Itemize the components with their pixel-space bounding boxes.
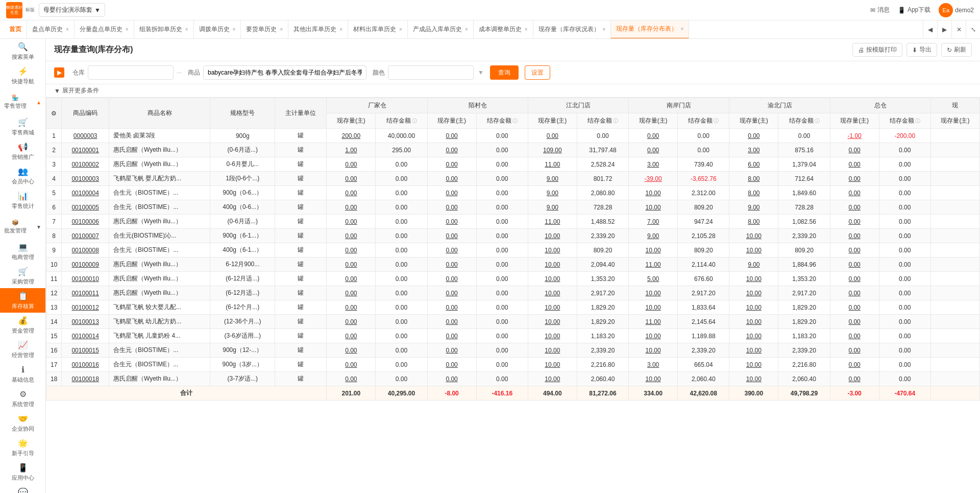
table-cell[interactable]: 00100012 bbox=[62, 300, 109, 315]
table-cell[interactable]: 3.00 bbox=[629, 358, 678, 372]
table-cell[interactable]: 10.00 bbox=[729, 286, 778, 300]
table-cell[interactable]: 0.00 bbox=[427, 129, 476, 143]
expand-conditions-btn[interactable]: ▼ 展开更多条件 bbox=[54, 86, 972, 95]
table-cell[interactable]: 00100018 bbox=[62, 372, 109, 386]
tab-combo[interactable]: 组装拆卸单历史 × bbox=[134, 20, 194, 39]
table-cell[interactable]: 00100014 bbox=[62, 329, 109, 343]
warehouse-dots[interactable]: ··· bbox=[177, 69, 182, 76]
close-icon[interactable]: × bbox=[66, 27, 69, 32]
table-cell[interactable]: -39.00 bbox=[629, 172, 678, 186]
table-cell[interactable]: 10.00 bbox=[729, 358, 778, 372]
table-cell[interactable]: 0.00 bbox=[830, 315, 879, 329]
table-cell[interactable]: 00100005 bbox=[62, 200, 109, 215]
nav-expand[interactable]: ⤡ bbox=[966, 20, 980, 39]
table-cell[interactable]: 0.00 bbox=[830, 243, 879, 257]
table-cell[interactable]: 0.00 bbox=[327, 372, 376, 386]
table-cell[interactable]: 0.00 bbox=[427, 215, 476, 229]
table-cell[interactable]: 10.00 bbox=[629, 286, 678, 300]
table-cell[interactable]: 00100001 bbox=[62, 143, 109, 157]
table-cell[interactable]: 00100007 bbox=[62, 229, 109, 243]
tab-inventory-count[interactable]: 盘点单历史 × bbox=[27, 20, 75, 39]
sidebar-item-operations[interactable]: 📈 经营管理 bbox=[0, 337, 45, 362]
tab-home[interactable]: 首页 bbox=[4, 20, 27, 39]
table-cell[interactable]: 0.00 bbox=[830, 286, 879, 300]
tab-stock-status[interactable]: 现存量（库存状况表） × bbox=[533, 20, 611, 39]
table-cell[interactable]: 8.00 bbox=[729, 172, 778, 186]
table-cell[interactable]: 9.00 bbox=[528, 186, 577, 200]
tab-cost-adjust[interactable]: 成本调整单历史 × bbox=[474, 20, 533, 39]
table-cell[interactable]: 0.00 bbox=[327, 172, 376, 186]
table-cell[interactable]: 0.00 bbox=[427, 272, 476, 286]
table-cell[interactable]: 109.00 bbox=[528, 143, 577, 157]
table-cell[interactable]: 3.00 bbox=[729, 143, 778, 157]
sidebar-item-system[interactable]: ⚙ 系统管理 bbox=[0, 386, 45, 411]
table-cell[interactable]: 00100015 bbox=[62, 343, 109, 358]
table-cell[interactable]: 0.00 bbox=[327, 300, 376, 315]
sidebar-item-search[interactable]: 🔍 搜索英单 bbox=[0, 39, 45, 63]
table-cell[interactable]: 00100013 bbox=[62, 315, 109, 329]
table-cell[interactable]: -1.00 bbox=[830, 129, 879, 143]
table-cell[interactable]: 0.00 bbox=[327, 343, 376, 358]
table-cell[interactable]: 10.00 bbox=[528, 372, 577, 386]
sidebar-item-wechat[interactable]: 💬 企业微信 bbox=[0, 484, 45, 493]
table-cell[interactable]: 3.00 bbox=[629, 157, 678, 172]
table-cell[interactable]: 0.00 bbox=[327, 315, 376, 329]
table-cell[interactable]: 0000003 bbox=[62, 129, 109, 143]
table-cell[interactable]: 9.00 bbox=[729, 257, 778, 272]
table-cell[interactable]: 0.00 bbox=[830, 186, 879, 200]
table-cell[interactable]: 200.00 bbox=[327, 129, 376, 143]
goods-input[interactable] bbox=[203, 65, 366, 80]
table-cell[interactable]: 0.00 bbox=[528, 129, 577, 143]
table-cell[interactable]: 1.00 bbox=[327, 143, 376, 157]
query-btn[interactable]: 查询 bbox=[490, 65, 519, 80]
table-cell[interactable]: 00100002 bbox=[62, 157, 109, 172]
table-cell[interactable]: 0.00 bbox=[830, 143, 879, 157]
table-cell[interactable]: 0.00 bbox=[327, 257, 376, 272]
table-cell[interactable]: 10.00 bbox=[629, 186, 678, 200]
warehouse-input[interactable] bbox=[88, 65, 174, 80]
nav-close-all[interactable]: ✕ bbox=[951, 20, 966, 39]
table-cell[interactable]: 0.00 bbox=[327, 186, 376, 200]
tab-material-out[interactable]: 材料出库单历史 × bbox=[348, 20, 408, 39]
table-cell[interactable]: 00100004 bbox=[62, 186, 109, 200]
table-cell[interactable]: 8.00 bbox=[729, 215, 778, 229]
table-cell[interactable]: 00100006 bbox=[62, 215, 109, 229]
table-cell[interactable]: 10.00 bbox=[629, 300, 678, 315]
sidebar-item-wholesale[interactable]: 📦 批发管理 ▼ bbox=[0, 215, 45, 239]
table-cell[interactable]: 0.00 bbox=[427, 143, 476, 157]
table-cell[interactable]: 0.00 bbox=[327, 286, 376, 300]
tab-stock-dist[interactable]: 现存量（库存分布表） × bbox=[611, 20, 689, 39]
setting-btn[interactable]: 设置 bbox=[525, 65, 550, 80]
store-selector[interactable]: 母婴行业演示陈套 ▼ bbox=[39, 3, 105, 17]
sidebar-item-retail-store[interactable]: 🛒 零售商城 bbox=[0, 114, 45, 139]
table-cell[interactable]: 7.00 bbox=[629, 215, 678, 229]
table-cell[interactable]: 10.00 bbox=[528, 315, 577, 329]
table-cell[interactable]: 10.00 bbox=[528, 343, 577, 358]
table-cell[interactable]: 0.00 bbox=[427, 372, 476, 386]
sidebar-item-retail-mgmt[interactable]: 🏪 零售管理 ▲ bbox=[0, 90, 45, 114]
table-cell[interactable]: 10.00 bbox=[528, 286, 577, 300]
table-cell[interactable]: 10.00 bbox=[729, 329, 778, 343]
table-cell[interactable]: 10.00 bbox=[528, 329, 577, 343]
table-cell[interactable]: 0.00 bbox=[427, 343, 476, 358]
sidebar-item-ecom[interactable]: 💻 电商管理 bbox=[0, 239, 45, 264]
close-icon[interactable]: × bbox=[280, 27, 283, 32]
sidebar-item-corp[interactable]: 🤝 企业协同 bbox=[0, 411, 45, 435]
table-cell[interactable]: 11.00 bbox=[528, 215, 577, 229]
sidebar-item-appcenter[interactable]: 📱 应用中心 bbox=[0, 460, 45, 484]
close-icon[interactable]: × bbox=[339, 27, 342, 32]
sidebar-item-inventory[interactable]: 📋 库存核算 bbox=[0, 288, 45, 313]
table-cell[interactable]: 10.00 bbox=[729, 315, 778, 329]
table-cell[interactable]: 0.00 bbox=[830, 215, 879, 229]
table-cell[interactable]: 0.00 bbox=[427, 358, 476, 372]
table-cell[interactable]: 0.00 bbox=[427, 229, 476, 243]
table-cell[interactable]: 10.00 bbox=[729, 229, 778, 243]
table-cell[interactable]: 0.00 bbox=[830, 329, 879, 343]
color-input[interactable] bbox=[388, 65, 474, 80]
sidebar-item-member[interactable]: 👥 会员中心 bbox=[0, 163, 45, 188]
table-cell[interactable]: 10.00 bbox=[729, 372, 778, 386]
table-cell[interactable]: 0.00 bbox=[327, 272, 376, 286]
table-cell[interactable]: 0.00 bbox=[830, 200, 879, 215]
close-icon[interactable]: × bbox=[399, 27, 402, 32]
table-cell[interactable]: 0.00 bbox=[327, 243, 376, 257]
